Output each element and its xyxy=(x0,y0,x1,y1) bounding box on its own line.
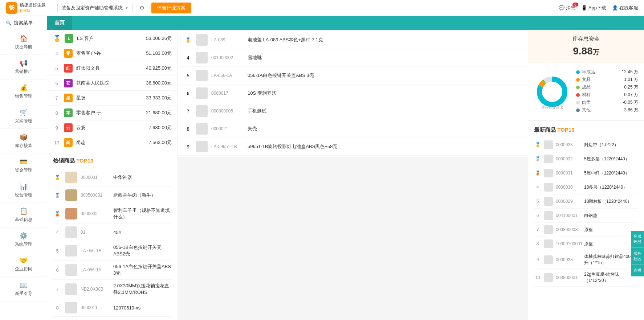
list-item: 6 0000017 10S 变刹罗浆 xyxy=(178,85,528,102)
np-thumbnail xyxy=(544,239,553,248)
np-thumbnail xyxy=(544,140,553,149)
customer-badge: 尚 xyxy=(64,138,73,147)
product-thumbnail xyxy=(65,208,77,220)
system-selector[interactable]: 装备及固定资产辅助管理系统 ▼ xyxy=(57,3,133,13)
list-item: 10 003800001 22g鱼豆腐-烧烤味（1*12*20） xyxy=(534,269,638,287)
phone-icon: 📱 xyxy=(581,5,587,11)
settings-button[interactable]: ⚙ xyxy=(137,3,147,13)
top-bar: 畅 畅捷通好生意 标准版 装备及固定资产辅助管理系统 ▼ ⚙ 体验行业方案 💬 … xyxy=(0,0,644,16)
product-thumbnail xyxy=(65,226,77,238)
sidebar-item-enterprise[interactable]: 🤝 企业协同 xyxy=(0,252,47,277)
donut-chart: 库存资金占比 xyxy=(534,74,570,110)
list-item: 4 01 45# xyxy=(53,223,172,241)
np-thumbnail xyxy=(544,183,553,192)
sidebar-item-quicknav[interactable]: 🏠 快捷导航 xyxy=(0,30,47,55)
basics-icon: 📋 xyxy=(20,207,28,215)
list-item: 🥇 LA-089 电池盖 LA-089 ABS本色+黑种 7.1克 xyxy=(178,31,528,49)
stock-amount: 9.88万 xyxy=(534,45,638,57)
sidebar-item-finance[interactable]: 💳 资金管理 xyxy=(0,153,47,178)
customer-service-button[interactable]: 👤 在线客服 xyxy=(612,5,638,11)
legend-dot-other xyxy=(576,108,580,112)
chevron-down-icon: ▼ xyxy=(125,6,129,10)
legend-dot-stationery xyxy=(576,78,580,82)
right-panel: 库存总资金 9.88万 xyxy=(528,30,644,320)
sidebar-item-purchase[interactable]: 🛒 采购管理 xyxy=(0,104,47,129)
np-thumbnail xyxy=(544,169,553,177)
app-download-button[interactable]: 📱 App下载 xyxy=(581,5,606,11)
sidebar-item-system[interactable]: ⚙️ 系统管理 xyxy=(0,227,47,252)
customer-value: 33,333.00元 xyxy=(146,95,172,101)
customer-badge: 苍 xyxy=(64,79,73,87)
logo-name: 畅捷通好生意 xyxy=(20,3,46,8)
service-community-button[interactable]: 服务社区 xyxy=(631,248,644,265)
customer-name: 星扬 xyxy=(76,95,142,101)
list-item: 9 0000028 体械荔枝味苏打饮品400毫升（1*15） xyxy=(534,251,638,269)
sales-icon: 💰 xyxy=(20,84,28,92)
customer-badge: 零 xyxy=(64,49,73,58)
table-row: 🥇 L LS 客户 53,006.26元 xyxy=(47,31,178,46)
list-item: 4 001000002 雪地靴 xyxy=(178,49,528,67)
np-thumbnail xyxy=(544,255,553,264)
nav-tabs: 首页 xyxy=(47,16,644,30)
legend-dot-meat xyxy=(576,101,580,104)
product-thumbnail xyxy=(196,105,208,117)
guide-icon: 📖 xyxy=(20,281,28,289)
np-thumbnail xyxy=(544,225,553,234)
table-row: 5 红 红太阳文具 40,925.00元 xyxy=(47,61,178,76)
marketing-icon: 📢 xyxy=(20,59,28,67)
legend-dot-finished xyxy=(576,86,580,89)
customer-name: 红太阳文具 xyxy=(76,65,142,71)
list-item: 8 0000011 12070519-xs xyxy=(53,299,172,317)
customer-value: 53,006.26元 xyxy=(146,35,172,42)
search-icon: 🔍 xyxy=(6,20,12,26)
customer-badge: L xyxy=(65,34,73,43)
logo-sub: 标准版 xyxy=(20,8,46,13)
list-item: 7 NB2.0X30B 2.0X30MM双搓花轴搓花直径2.1MM/ROHS xyxy=(53,280,172,299)
product-thumbnail xyxy=(65,189,77,201)
message-button[interactable]: 💬 消息 6 xyxy=(559,5,575,11)
product-thumbnail xyxy=(65,283,77,295)
sidebar-item-marketing[interactable]: 📢 营销推广 xyxy=(0,55,47,79)
sidebar-item-operations[interactable]: 📊 经营管理 xyxy=(0,178,47,203)
list-item: 🥉 0000031 5厘中纤（1220*2440） xyxy=(534,166,638,180)
list-item: 7 000800008 原釜 xyxy=(534,223,638,237)
product-thumbnail xyxy=(65,245,77,257)
new-products-title: 最新商品 TOP10 xyxy=(534,127,638,134)
customer-badge: 星 xyxy=(64,94,73,102)
product-thumbnail xyxy=(65,172,77,183)
legend-item: 成品 0.25 万 xyxy=(576,84,638,90)
sidebar-item-sales[interactable]: 💰 销售管理 xyxy=(0,79,47,104)
sidebar-item-basics[interactable]: 📋 基础信息 xyxy=(0,203,47,227)
list-item: 4 0000030 18多层（1220*2440） xyxy=(534,180,638,194)
list-item: 5 LA-056-1A 056-1A白色按键开关盖ABS 3壳 xyxy=(178,67,528,85)
list-item: 6 004100001 白钢垫 xyxy=(534,209,638,223)
product-thumbnail xyxy=(65,264,77,276)
float-buttons: 客服热线 服务社区 直播 xyxy=(631,231,644,276)
chart-area: 库存资金占比 半成品 12.45 万 文具 1.01 万 xyxy=(528,63,644,121)
table-row: 8 零 零售客户-于 21,680.00元 xyxy=(47,106,178,120)
list-item: 7 000800005 手机测试 xyxy=(178,102,528,120)
sidebar-item-guide[interactable]: 📖 新手引导 xyxy=(0,277,47,301)
home-icon: 🏠 xyxy=(20,34,28,42)
tab-home[interactable]: 首页 xyxy=(47,16,72,30)
customer-service-hotline-button[interactable]: 客服热线 xyxy=(631,231,644,248)
panels: 🥇 L LS 客户 53,006.26元 4 零 零售客户-许 51,183.0… xyxy=(47,30,644,320)
system-icon: ⚙️ xyxy=(20,232,28,240)
service-icon: 👤 xyxy=(612,5,618,11)
product-thumbnail xyxy=(196,87,208,99)
legend-dot-material xyxy=(576,93,580,97)
customer-name: LS 客户 xyxy=(77,35,142,42)
legend-item: 肉类 -0.05 万 xyxy=(576,99,638,106)
logo-area: 畅 畅捷通好生意 标准版 xyxy=(6,2,53,14)
list-item: 🥇 0000001 中华神器 xyxy=(53,169,172,186)
message-icon: 💬 xyxy=(559,5,564,11)
chart-label: 库存资金占比 xyxy=(534,105,570,110)
chart-legend: 半成品 12.45 万 文具 1.01 万 成品 0.25 万 xyxy=(576,69,638,115)
list-item: 9 KK-SD22110H 花语萌恒温分罐罐袋（厚款） xyxy=(53,317,172,320)
hot-product-ranking-panel: 🥇 LA-089 电池盖 LA-089 ABS本色+黑种 7.1克 4 0010… xyxy=(178,30,528,320)
try-button[interactable]: 体验行业方案 xyxy=(151,3,191,13)
search-menu[interactable]: 🔍 搜索菜单 xyxy=(0,16,47,30)
live-button[interactable]: 直播 xyxy=(631,265,644,276)
sidebar-item-inventory[interactable]: 📦 库存核算 xyxy=(0,129,47,153)
list-item: 🥈 0000032 5厘多层（1220*2440） xyxy=(534,152,638,166)
